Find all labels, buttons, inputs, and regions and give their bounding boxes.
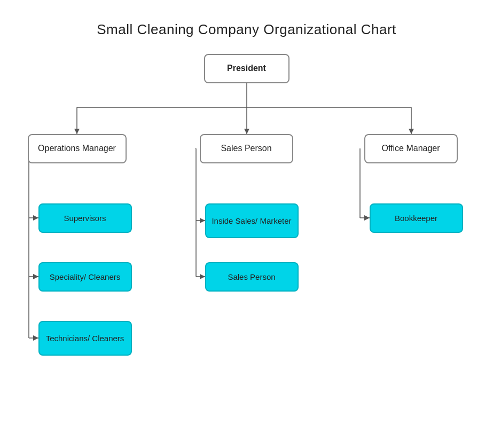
- technicians-cleaners-box: Technicians/ Cleaners: [38, 321, 132, 356]
- connectors-svg: [12, 54, 482, 444]
- bookkeeper-box: Bookkeeper: [370, 203, 463, 233]
- speciality-cleaners-box: Speciality/ Cleaners: [38, 262, 132, 292]
- office-manager-box: Office Manager: [364, 134, 458, 163]
- chart-title: Small Cleaning Company Organizational Ch…: [97, 21, 396, 38]
- speciality-cleaners-label: Speciality/ Cleaners: [50, 272, 121, 282]
- ops-manager-box: Operations Manager: [28, 134, 127, 163]
- svg-marker-5: [74, 129, 80, 134]
- svg-marker-18: [200, 218, 205, 223]
- supervisors-box: Supervisors: [38, 203, 132, 233]
- svg-marker-14: [33, 335, 38, 341]
- inside-sales-label: Inside Sales/ Marketer: [212, 216, 291, 226]
- svg-marker-24: [364, 215, 370, 221]
- inside-sales-box: Inside Sales/ Marketer: [205, 203, 299, 238]
- supervisors-label: Supervisors: [64, 213, 106, 224]
- svg-marker-20: [200, 274, 205, 279]
- org-chart: President Operations Manager Sales Perso…: [12, 54, 482, 444]
- sales-person-bottom-label: Sales Person: [228, 272, 275, 282]
- sales-person-bottom-box: Sales Person: [205, 262, 299, 292]
- president-label: President: [227, 63, 266, 74]
- bookkeeper-label: Bookkeeper: [395, 213, 437, 224]
- technicians-cleaners-label: Technicians/ Cleaners: [46, 333, 124, 344]
- sales-person-top-label: Sales Person: [221, 143, 271, 154]
- sales-person-top-box: Sales Person: [200, 134, 293, 163]
- office-manager-label: Office Manager: [381, 143, 440, 154]
- ops-manager-label: Operations Manager: [38, 143, 116, 154]
- svg-marker-10: [33, 215, 38, 221]
- svg-marker-6: [244, 129, 249, 134]
- svg-marker-7: [409, 129, 414, 134]
- svg-marker-12: [33, 274, 38, 279]
- president-box: President: [204, 54, 289, 83]
